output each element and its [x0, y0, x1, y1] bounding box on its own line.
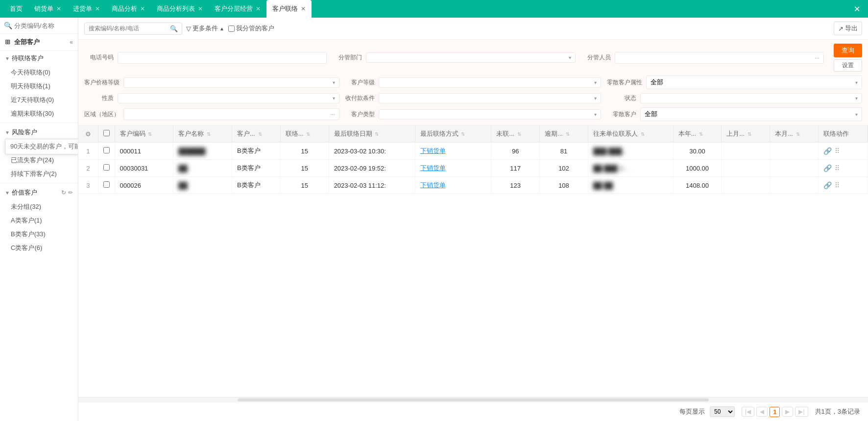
action-more-icon-0[interactable]: ⠿	[835, 147, 840, 155]
thismonth-sort-icon[interactable]: ⇅	[796, 131, 800, 137]
unlink-sort-icon[interactable]: ⇅	[517, 131, 521, 137]
horizontal-scrollbar[interactable]	[78, 397, 868, 402]
my-pref-checkbox[interactable]	[228, 25, 235, 32]
sidebar-item-a-class[interactable]: A类客户(1)	[0, 214, 78, 227]
lastmonth-sort-icon[interactable]: ⇅	[747, 131, 751, 137]
row-year-1: 1000.00	[673, 160, 722, 177]
sidebar-item-week[interactable]: 近7天待联络(0)	[0, 93, 78, 107]
action-link-icon-1[interactable]: 🔗	[823, 164, 832, 172]
tab-sales[interactable]: 销货单 ✕	[28, 0, 67, 18]
tab-customer-contact-close[interactable]: ✕	[301, 5, 306, 12]
year-sort-icon[interactable]: ⇅	[699, 131, 703, 137]
th-last-method: 最后联络方式 ⇅	[415, 125, 491, 143]
tab-purchase-close[interactable]: ✕	[95, 5, 100, 12]
tab-customer-contact[interactable]: 客户联络 ✕	[266, 0, 312, 18]
action-link-icon-2[interactable]: 🔗	[823, 181, 832, 189]
per-page-select[interactable]: 50 100	[710, 406, 735, 417]
type-select[interactable]: ▾	[379, 109, 601, 120]
action-link-icon-0[interactable]: 🔗	[823, 147, 832, 155]
page-next-btn[interactable]: ▶	[782, 407, 793, 417]
sidebar-item-ungrouped[interactable]: 未分组(32)	[0, 200, 78, 214]
setting-button[interactable]: 设置	[834, 59, 862, 72]
sidebar-item-churned[interactable]: 已流失客户(24)	[0, 153, 78, 167]
tab-goods-analysis-close[interactable]: ✕	[140, 5, 145, 12]
filter-search-box[interactable]: 🔍	[84, 23, 182, 35]
tab-goods-list[interactable]: 商品分析列表 ✕	[151, 0, 209, 18]
contact-sort-icon[interactable]: ⇅	[306, 131, 310, 137]
sidebar-pending-title[interactable]: ▼ 待联络客户	[0, 51, 78, 66]
row-checkbox-0[interactable]	[103, 147, 110, 153]
grade-select[interactable]: ▾	[379, 77, 601, 88]
scroll-thumb[interactable]	[238, 398, 709, 401]
row-check-2[interactable]	[98, 177, 115, 194]
tab-customer-tier-close[interactable]: ✕	[256, 5, 261, 12]
sidebar-item-overdue[interactable]: 逾期未联络(30)	[0, 107, 78, 121]
filter-search-icon[interactable]: 🔍	[170, 25, 178, 32]
method-link-1[interactable]: 下销货单	[420, 164, 446, 172]
filter-more-btn[interactable]: ▽ 更多条件 ▲	[186, 24, 224, 33]
status-select[interactable]: ▾	[640, 93, 862, 103]
zero-attr-chevron-icon: ▾	[855, 80, 858, 85]
row-last-method-0[interactable]: 下销货单	[415, 143, 491, 160]
tab-goods-list-close[interactable]: ✕	[198, 5, 203, 12]
row-contact-1: 15	[280, 160, 329, 177]
person-sort-icon[interactable]: ⇅	[641, 131, 645, 137]
row-check-0[interactable]	[98, 143, 115, 160]
code-sort-icon[interactable]: ⇅	[148, 131, 152, 137]
th-gear[interactable]: ⚙	[78, 125, 98, 143]
funnel-icon: ▽	[186, 25, 191, 32]
method-link-0[interactable]: 下销货单	[420, 147, 446, 154]
sidebar-price-title[interactable]: ▼ 价值客户 ↻ ✏	[0, 185, 78, 200]
action-more-icon-1[interactable]: ⠿	[835, 164, 840, 172]
method-sort-icon[interactable]: ⇅	[461, 131, 465, 137]
sidebar-item-c-class[interactable]: C类客户(6)	[0, 241, 78, 255]
date-sort-icon[interactable]: ⇅	[375, 131, 379, 137]
page-last-btn[interactable]: ▶|	[795, 407, 808, 417]
my-pref-filter[interactable]: 我分管的客户	[228, 24, 274, 33]
zero-attr-select[interactable]: 全部 ▾	[646, 75, 862, 89]
query-button[interactable]: 查询	[834, 44, 862, 57]
payment-select[interactable]: ▾	[379, 93, 601, 103]
page-prev-btn[interactable]: ◀	[756, 407, 768, 417]
select-all-checkbox[interactable]	[103, 130, 110, 136]
sidebar-item-tomorrow[interactable]: 明天待联络(1)	[0, 79, 78, 93]
filter-search-input[interactable]	[89, 25, 168, 32]
row-last-method-2[interactable]: 下销货单	[415, 177, 491, 194]
row-checkbox-2[interactable]	[103, 181, 110, 188]
tab-sales-close[interactable]: ✕	[56, 5, 61, 12]
page-first-btn[interactable]: |◀	[742, 407, 754, 417]
sidebar-item-declining[interactable]: 持续下滑客户(2)	[0, 167, 78, 181]
sidebar-item-b-class[interactable]: B类客户(33)	[0, 227, 78, 241]
zero-attr-field: 零散客户属性 全部 ▾	[607, 75, 862, 89]
price-edit-icon[interactable]: ✏	[68, 189, 73, 196]
sidebar-collapse-icon[interactable]: «	[70, 39, 73, 46]
adv-filter-row-3: 性质 ▾ 收付款条件 ▾ 状态	[84, 93, 862, 103]
sidebar-search-input[interactable]	[14, 22, 74, 29]
th-check[interactable]	[98, 125, 115, 143]
phone-input[interactable]	[118, 52, 327, 64]
row-check-1[interactable]	[98, 160, 115, 177]
app-close-button[interactable]: ✕	[850, 4, 864, 14]
tab-purchase[interactable]: 进货单 ✕	[67, 0, 106, 18]
dept-select[interactable]: ▾	[366, 52, 575, 63]
sidebar-risk-title[interactable]: ▼ 风险客户 90天未交易的客户，可能有流失风险。	[0, 125, 78, 140]
price-grade-select[interactable]: ▾	[123, 77, 339, 88]
region-input[interactable]: ···	[123, 108, 339, 120]
tab-customer-tier[interactable]: 客户分层经营 ✕	[209, 0, 266, 18]
export-button[interactable]: ↗ 导出	[834, 22, 862, 35]
nature-select[interactable]: ▾	[118, 93, 339, 103]
tab-home[interactable]: 首页	[4, 0, 28, 18]
row-checkbox-1[interactable]	[103, 164, 110, 171]
zero-customer-select[interactable]: 全部 ▾	[640, 107, 862, 121]
name-sort-icon[interactable]: ⇅	[207, 131, 211, 137]
sidebar-item-today[interactable]: 今天待联络(0)	[0, 66, 78, 79]
manager-input[interactable]: ···	[615, 52, 824, 64]
action-more-icon-2[interactable]: ⠿	[835, 181, 840, 189]
price-refresh-icon[interactable]: ↻	[61, 189, 66, 196]
row-last-method-1[interactable]: 下销货单	[415, 160, 491, 177]
method-link-2[interactable]: 下销货单	[420, 181, 446, 189]
sidebar-search-area: 🔍	[0, 18, 78, 34]
overdue-sort-icon[interactable]: ⇅	[566, 131, 570, 137]
type-sort-icon[interactable]: ⇅	[258, 131, 262, 137]
tab-goods-analysis[interactable]: 商品分析 ✕	[106, 0, 151, 18]
